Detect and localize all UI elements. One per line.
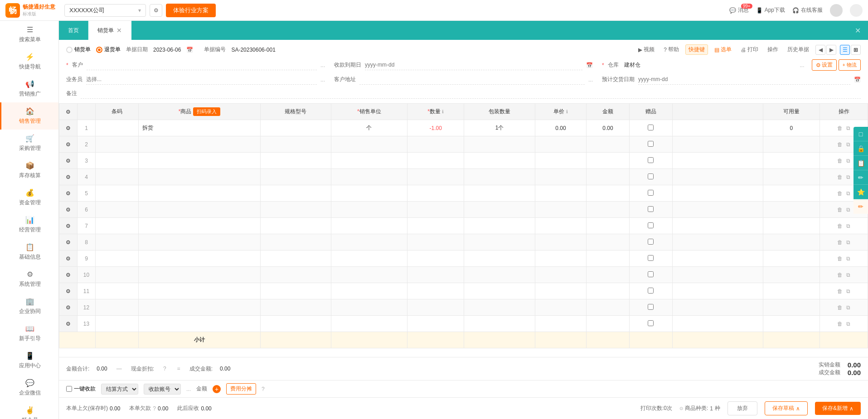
warehouse-dots[interactable]: ... [800,62,805,68]
row-product-2[interactable] [138,153,260,169]
account-select[interactable]: 收款账号 [144,384,181,395]
row-unit-price-7[interactable] [535,234,587,250]
row-qty-2[interactable] [407,153,464,169]
row-unit-price-0[interactable]: 0.00 [535,120,587,136]
sidebar-item-purchase[interactable]: 🛒 采购管理 [0,130,58,157]
tab-home[interactable]: 首页 [59,21,88,40]
sidebar-item-quick-nav[interactable]: ⚡ 快捷导航 [0,48,58,75]
due-date-calendar-icon[interactable]: 📅 [586,62,593,68]
sidebar-item-app-center[interactable]: 📱 应用中心 [0,347,58,374]
customer-input[interactable] [87,60,317,70]
sidebar-item-search[interactable]: ☰ 搜索菜单 [0,21,58,48]
row-gift-5[interactable] [629,202,672,218]
due-date-input[interactable] [365,60,582,70]
row-unit-price-4[interactable] [535,185,587,202]
copy-icon-3[interactable]: ⧉ [846,174,850,180]
row-unit-price-10[interactable] [535,283,587,299]
row-spec-4[interactable] [260,185,331,202]
row-spec-7[interactable] [260,234,331,250]
row-barcode-10[interactable] [96,283,139,299]
settings-btn[interactable]: ⚙ 设置 [812,59,837,71]
row-gift-4[interactable] [629,185,672,202]
next-arrow[interactable]: ▶ [826,45,836,55]
row-gift-10[interactable] [629,283,672,299]
one-click-input[interactable] [66,386,72,392]
row-spec-1[interactable] [260,136,331,153]
row-qty-7[interactable] [407,234,464,250]
row-barcode-7[interactable] [96,234,139,250]
row-spec-9[interactable] [260,267,331,283]
row-barcode-3[interactable] [96,169,139,185]
row-gift-6[interactable] [629,218,672,234]
delete-icon-3[interactable]: 🗑 [837,174,843,180]
delete-icon-2[interactable]: 🗑 [837,158,843,164]
grid-view-btn[interactable]: ⊞ [851,45,861,55]
logistics-btn[interactable]: + 物流 [839,59,861,71]
row-product-3[interactable] [138,169,260,185]
sidebar-item-member[interactable]: ✌ 畅会员 [0,401,58,419]
list-view-btn[interactable]: ☰ [840,45,850,55]
trial-button[interactable]: 体验行业方案 [166,4,216,17]
row-spec-11[interactable] [260,299,331,316]
row-product-5[interactable] [138,202,260,218]
row-product-0[interactable]: 拆货 [138,120,260,136]
row-spec-10[interactable] [260,283,331,299]
row-product-6[interactable] [138,218,260,234]
settings-gear-button[interactable]: ⚙ [150,4,162,17]
radio-return[interactable]: 退货单 [96,46,121,53]
add-payment-button[interactable]: + [213,385,221,393]
row-qty-11[interactable] [407,299,464,316]
help-btn[interactable]: ?帮助 [661,45,682,54]
sidebar-item-sales[interactable]: 🏠 销售管理 [0,102,58,130]
question-icon2[interactable]: ? [163,366,166,372]
salesman-input[interactable] [86,74,317,85]
row-barcode-6[interactable] [96,218,139,234]
company-select[interactable]: XXXXXX公司 ▾ [64,4,146,17]
col-header-gear[interactable]: ⚙ [59,104,78,120]
row-gift-7[interactable] [629,234,672,250]
row-unit-price-2[interactable] [535,153,587,169]
settlement-select[interactable]: 结算方式 [101,384,138,395]
row-qty-12[interactable] [407,316,464,332]
sidebar-item-wechat[interactable]: 💬 企业微信 [0,374,58,401]
row-barcode-4[interactable] [96,185,139,202]
row-barcode-1[interactable] [96,136,139,153]
copy-icon-12[interactable]: ⧉ [846,321,850,327]
row-qty-10[interactable] [407,283,464,299]
discard-button[interactable]: 放弃 [727,401,757,415]
row-gift-1[interactable] [629,136,672,153]
copy-icon-9[interactable]: ⧉ [846,272,850,278]
delete-icon-9[interactable]: 🗑 [837,272,843,278]
tab-close-all[interactable]: ✕ [855,26,868,35]
arrears-question[interactable]: ? [153,405,156,412]
row-spec-5[interactable] [260,202,331,218]
copy-icon-8[interactable]: ⧉ [846,255,850,262]
row-barcode-9[interactable] [96,267,139,283]
row-spec-3[interactable] [260,169,331,185]
side-tool-2[interactable]: 🔒 [853,141,868,156]
filter-btn[interactable]: ▤选单 [712,45,734,54]
sidebar-item-inventory[interactable]: 📦 库存核算 [0,157,58,184]
row-gift-2[interactable] [629,153,672,169]
row-qty-3[interactable] [407,169,464,185]
delete-icon-0[interactable]: 🗑 [837,125,843,131]
customer-addr-input[interactable] [359,74,585,85]
row-gift-9[interactable] [629,267,672,283]
row-gift-8[interactable] [629,250,672,267]
row-spec-12[interactable] [260,316,331,332]
side-tool-6[interactable]: ✏ [853,199,868,214]
video-btn[interactable]: ▶视频 [635,45,657,54]
scan-btn[interactable]: 扫码录入 [193,107,220,116]
delete-icon-10[interactable]: 🗑 [837,288,843,294]
copy-icon-5[interactable]: ⧉ [846,207,850,213]
sidebar-item-enterprise[interactable]: 🏢 企业协同 [0,293,58,320]
row-unit-price-1[interactable] [535,136,587,153]
sidebar-item-guide[interactable]: 📖 新手引导 [0,320,58,347]
row-barcode-11[interactable] [96,299,139,316]
product-type[interactable]: ⊙ 商品种类: 1 种 [679,405,720,412]
delete-icon-1[interactable]: 🗑 [837,141,843,148]
fee-split-button[interactable]: 费用分摊 [226,383,256,395]
row-barcode-8[interactable] [96,250,139,267]
side-tool-4[interactable]: ✏ [853,170,868,185]
copy-icon-7[interactable]: ⧉ [846,239,850,246]
